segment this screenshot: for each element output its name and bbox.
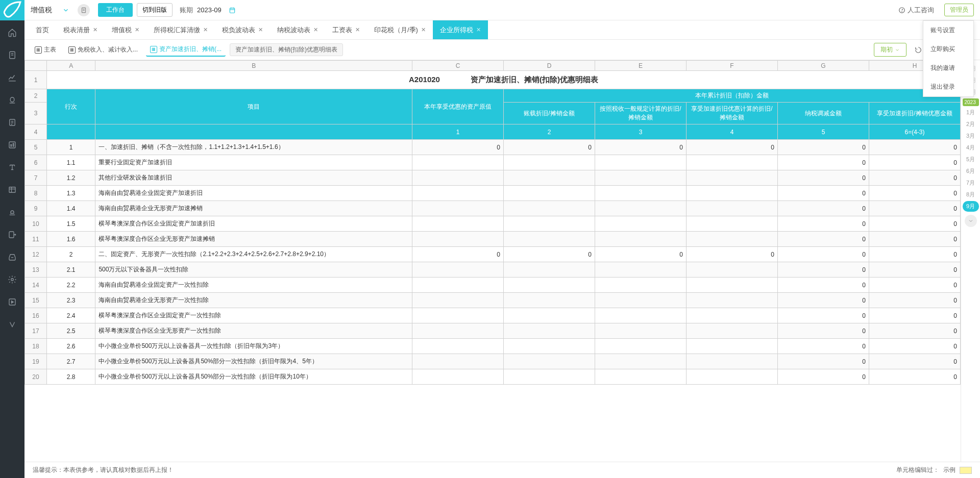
month-item[interactable]: 1月 [963,107,979,118]
cell[interactable] [686,323,777,339]
cell[interactable]: 0 [777,232,869,247]
cell[interactable] [412,216,503,232]
month-item[interactable]: 6月 [963,166,979,177]
cell[interactable] [686,216,777,232]
cell[interactable] [686,278,777,293]
cell[interactable]: 0 [777,247,869,262]
nav-chart-icon[interactable] [0,67,24,88]
cell[interactable] [503,170,595,186]
cell[interactable] [503,232,595,247]
subtab-asset-depr[interactable]: ▦ 资产加速折旧、摊销(... [146,43,226,57]
cell[interactable] [503,278,595,293]
cell[interactable]: 横琴粤澳深度合作区企业固定资产加速折旧 [95,216,412,232]
cell[interactable]: 1.4 [46,201,95,216]
cell[interactable]: 2.1 [46,262,95,278]
cell[interactable] [595,278,686,293]
cell[interactable]: 0 [777,278,869,293]
cell[interactable]: 0 [869,232,960,247]
cell[interactable] [412,232,503,247]
cell[interactable]: 0 [412,247,503,262]
cell[interactable] [503,155,595,170]
help-button[interactable]: 人工咨询 [898,6,934,15]
cell[interactable]: 0 [595,140,686,155]
topbar-doc-icon[interactable] [78,4,90,16]
cell[interactable]: 中小微企业单价500万元以上设备器具50%部分一次性扣除（折旧年限为4、5年） [95,354,412,369]
cell[interactable] [412,293,503,308]
cell[interactable]: 0 [869,308,960,323]
nav-tab[interactable]: 印花税（月/季)✕ [367,20,433,39]
cell[interactable]: 0 [869,170,960,186]
close-icon[interactable]: ✕ [135,27,139,33]
month-expand-icon[interactable] [965,215,977,227]
cell[interactable] [412,262,503,278]
cell[interactable] [686,186,777,201]
nav-table-icon[interactable] [0,180,24,200]
nav-tab[interactable]: 纳税波动表✕ [270,20,325,39]
cell[interactable]: 2.8 [46,369,95,385]
nav-money-icon[interactable] [0,90,24,110]
cell[interactable]: 海南自由贸易港企业无形资产一次性扣除 [95,293,412,308]
nav-tab[interactable]: 增值税✕ [105,20,146,39]
cell[interactable]: 0 [869,293,960,308]
cell[interactable]: 0 [869,201,960,216]
nav-inbox-icon[interactable] [0,247,24,267]
cell[interactable]: 0 [777,262,869,278]
cell[interactable]: 0 [686,247,777,262]
nav-settings-icon[interactable] [0,269,24,290]
nav-tab[interactable]: 税负波动表✕ [215,20,270,39]
cell[interactable]: 横琴粤澳深度合作区企业固定资产一次性扣除 [95,308,412,323]
nav-form-icon[interactable] [0,112,24,133]
cell[interactable] [686,262,777,278]
cell[interactable] [595,293,686,308]
cell[interactable] [595,170,686,186]
oldversion-button[interactable]: 切到旧版 [137,3,173,17]
nav-stamp-icon[interactable] [0,202,24,222]
nav-tab[interactable]: 工资表✕ [325,20,367,39]
cell[interactable]: 2.7 [46,354,95,369]
cell[interactable] [595,308,686,323]
cell[interactable]: 海南自由贸易港企业固定资产一次性扣除 [95,278,412,293]
cell[interactable] [412,170,503,186]
cell[interactable] [503,293,595,308]
period-init-button[interactable]: 期初 [874,43,906,57]
cell[interactable]: 0 [869,339,960,354]
cell[interactable]: 横琴粤澳深度合作区企业无形资产一次性扣除 [95,323,412,339]
nav-tab[interactable]: 首页 [29,20,56,39]
cell[interactable] [503,216,595,232]
cell[interactable] [686,201,777,216]
close-icon[interactable]: ✕ [93,27,97,33]
cell[interactable] [503,339,595,354]
nav-tab[interactable]: 税表清册✕ [56,20,105,39]
month-item[interactable]: 7月 [963,178,979,188]
cell[interactable]: 1.6 [46,232,95,247]
cell[interactable]: 0 [869,247,960,262]
spreadsheet[interactable]: ABCDEFGH1A201020资产加速折旧、摊销(扣除)优惠明细表2行次项目本… [24,60,961,462]
cell[interactable] [686,170,777,186]
cell[interactable] [595,186,686,201]
app-logo[interactable] [0,0,24,20]
month-item[interactable]: 9月 [963,201,979,212]
close-icon[interactable]: ✕ [203,27,208,33]
cell[interactable] [686,293,777,308]
cell[interactable] [503,323,595,339]
cell[interactable]: 0 [777,308,869,323]
topbar-chevron-icon[interactable] [58,5,74,16]
cell[interactable] [686,369,777,385]
nav-tab[interactable]: 企业所得税✕ [433,20,488,39]
cell[interactable]: 0 [869,262,960,278]
cell[interactable]: 2.5 [46,323,95,339]
admin-button[interactable]: 管理员 [944,4,974,16]
cell[interactable]: 0 [869,369,960,385]
cell[interactable] [412,186,503,201]
cell[interactable] [503,201,595,216]
cell[interactable]: 0 [869,155,960,170]
close-icon[interactable]: ✕ [476,27,481,33]
cell[interactable] [595,339,686,354]
dropdown-item[interactable]: 我的邀请 [923,59,973,78]
cell[interactable]: 其他行业研发设备加速折旧 [95,170,412,186]
cell[interactable]: A201020资产加速折旧、摊销(扣除)优惠明细表 [46,71,960,89]
cell[interactable] [503,308,595,323]
close-icon[interactable]: ✕ [258,27,263,33]
cell[interactable]: 0 [869,323,960,339]
cell[interactable]: 0 [777,293,869,308]
